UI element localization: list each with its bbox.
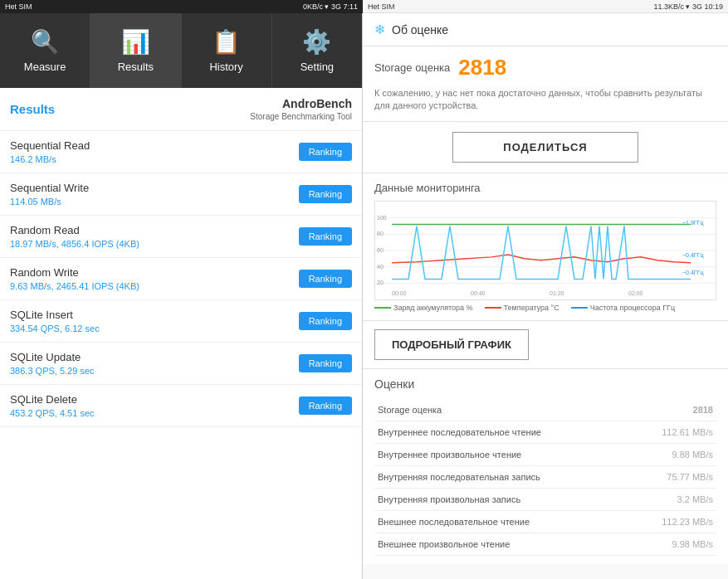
left-carrier: Het SIM (5, 2, 32, 11)
scores-table: Storage оценка2818Внутреннее последовате… (374, 399, 716, 556)
left-status-right: 0KB/c ▾ 3G 7:11 (303, 2, 358, 11)
status-bars: Het SIM 0KB/c ▾ 3G 7:11 Het SIM 11.3KB/c… (0, 0, 728, 13)
svg-text:~1.9ГГц: ~1.9ГГц (682, 219, 703, 226)
ranking-btn-4[interactable]: Ranking (299, 312, 352, 330)
legend-cpu: Частота процессора ГГц (571, 304, 675, 312)
score-value-4: 3.2 MB/s (579, 488, 716, 510)
result-item: SQLite Update 386.3 QPS, 5.29 sec Rankin… (0, 343, 362, 385)
temp-legend-label: Температура °C (504, 304, 559, 312)
result-name-4: SQLite Insert (10, 309, 100, 321)
tab-measure[interactable]: 🔍 Measure (0, 13, 90, 88)
result-info: Sequential Write 114.05 MB/s (10, 182, 89, 207)
scores-section: Оценки Storage оценка2818Внутреннее посл… (363, 369, 728, 564)
svg-text:00:40: 00:40 (471, 290, 486, 296)
result-name-1: Sequential Write (10, 182, 89, 194)
ranking-btn-3[interactable]: Ranking (299, 270, 352, 288)
result-item: Random Read 18.97 MB/s, 4856.4 IOPS (4KB… (0, 216, 362, 258)
score-row: Storage оценка2818 (374, 399, 716, 421)
score-label-2: Внутреннее произвольное чтение (374, 443, 579, 465)
monitoring-section: Данные мониторинга 100 80 60 40 20 (363, 173, 728, 321)
tab-setting[interactable]: ⚙️ Setting (272, 13, 362, 88)
result-name-0: Sequential Read (10, 139, 90, 152)
svg-text:~0.4ГГц: ~0.4ГГц (682, 270, 703, 276)
result-item: Sequential Write 114.05 MB/s Ranking (0, 173, 362, 216)
tab-measure-label: Measure (24, 61, 66, 73)
cpu-legend-dot (571, 307, 588, 309)
tab-results[interactable]: 📊 Results (90, 13, 181, 88)
ranking-btn-1[interactable]: Ranking (299, 185, 352, 203)
result-info: Random Read 18.97 MB/s, 4856.4 IOPS (4KB… (10, 224, 139, 249)
score-value-2: 9.88 MB/s (579, 443, 716, 465)
svg-text:~0.4ГГц: ~0.4ГГц (682, 252, 703, 259)
chart-legend: Заряд аккумулятора % Температура °C Част… (374, 304, 716, 312)
panel-header: ❄ Об оценке (363, 13, 728, 46)
right-panel: ❄ Об оценке Storage оценка 2818 К сожале… (363, 13, 728, 579)
ranking-btn-2[interactable]: Ranking (299, 227, 352, 246)
svg-text:40: 40 (377, 263, 384, 269)
result-value-6: 453.2 QPS, 4.51 sec (10, 408, 95, 418)
legend-temp: Температура °C (485, 304, 559, 312)
score-label-5: Внешнее последовательное чтение (374, 510, 579, 533)
svg-text:100: 100 (377, 214, 387, 220)
share-button[interactable]: ПОДЕЛИТЬСЯ (452, 132, 638, 163)
result-value-3: 9.63 MB/s, 2465.41 IOPS (4KB) (10, 281, 139, 291)
battery-legend-dot (374, 307, 391, 309)
result-value-4: 334.54 QPS, 6.12 sec (10, 324, 100, 333)
right-status-right: 11.3KB/c ▾ 3G 10:19 (653, 2, 723, 11)
score-row: Внутренняя произвольная запись3.2 MB/s (374, 488, 716, 510)
results-title: Results (10, 102, 55, 116)
result-item: SQLite Insert 334.54 QPS, 6.12 sec Ranki… (0, 300, 362, 343)
results-header: Results AndroBench Storage Benchmarking … (0, 88, 362, 131)
score-label-4: Внутренняя произвольная запись (374, 488, 579, 510)
right-status-bar: Het SIM 11.3KB/c ▾ 3G 10:19 (363, 0, 728, 13)
score-row: Внешнее последовательное чтение112.23 MB… (374, 510, 716, 533)
detailed-chart-button[interactable]: ПОДРОБНЫЙ ГРАФИК (374, 329, 529, 360)
score-row: Внутреннее произвольное чтение9.88 MB/s (374, 443, 716, 465)
score-row: Внутреннее последовательное чтение112.61… (374, 421, 716, 443)
cpu-legend-label: Частота процессора ГГц (590, 304, 675, 312)
monitoring-chart: 100 80 60 40 20 ~1.9ГГц ~0.4ГГц ~0.4ГГц (375, 202, 716, 299)
score-row: Storage оценка 2818 (374, 55, 716, 80)
left-status-bar: Het SIM 0KB/c ▾ 3G 7:11 (0, 0, 363, 13)
battery-legend-label: Заряд аккумулятора % (393, 304, 473, 312)
result-value-5: 386.3 QPS, 5.29 sec (10, 366, 95, 376)
ranking-btn-6[interactable]: Ranking (299, 397, 352, 415)
left-panel: 🔍 Measure 📊 Results 📋 History ⚙️ Setting… (0, 13, 363, 579)
svg-text:00:00: 00:00 (392, 290, 407, 296)
tab-results-label: Results (118, 61, 154, 73)
tab-history[interactable]: 📋 History (182, 13, 272, 88)
main-content: 🔍 Measure 📊 Results 📋 History ⚙️ Setting… (0, 13, 728, 579)
snowflake-icon: ❄ (374, 22, 385, 37)
result-value-2: 18.97 MB/s, 4856.4 IOPS (4KB) (10, 239, 139, 249)
legend-battery: Заряд аккумулятора % (374, 304, 473, 312)
setting-icon: ⚙️ (302, 28, 331, 56)
svg-text:02:00: 02:00 (628, 290, 643, 296)
panel-title: Об оценке (392, 23, 448, 36)
result-item: SQLite Delete 453.2 QPS, 4.51 sec Rankin… (0, 385, 362, 427)
score-row: Внутренняя последовательная запись75.77 … (374, 465, 716, 488)
detailed-btn-section: ПОДРОБНЫЙ ГРАФИК (363, 321, 728, 369)
result-name-6: SQLite Delete (10, 393, 95, 406)
ranking-btn-5[interactable]: Ranking (299, 354, 352, 372)
measure-icon: 🔍 (31, 28, 60, 56)
tab-setting-label: Setting (300, 61, 334, 73)
score-row: Внешнее произвольное чтение9.98 MB/s (374, 533, 716, 555)
result-value-0: 146.2 MB/s (10, 154, 90, 164)
chart-container: 100 80 60 40 20 ~1.9ГГц ~0.4ГГц ~0.4ГГц (374, 201, 716, 300)
score-section: Storage оценка 2818 К сожалению, у нас н… (363, 46, 728, 122)
history-icon: 📋 (212, 28, 241, 56)
result-name-5: SQLite Update (10, 351, 95, 363)
result-info: Sequential Read 146.2 MB/s (10, 139, 90, 164)
svg-text:60: 60 (377, 247, 384, 253)
result-name-2: Random Read (10, 224, 139, 236)
score-label-6: Внешнее произвольное чтение (374, 533, 579, 555)
ranking-btn-0[interactable]: Ranking (299, 143, 352, 161)
storage-value: 2818 (458, 55, 506, 80)
result-item: Random Write 9.63 MB/s, 2465.41 IOPS (4K… (0, 258, 362, 300)
right-carrier: Het SIM (368, 2, 395, 11)
score-value-1: 112.61 MB/s (579, 421, 716, 443)
result-info: SQLite Insert 334.54 QPS, 6.12 sec (10, 309, 100, 333)
score-value-0: 2818 (579, 399, 716, 421)
result-name-3: Random Write (10, 266, 139, 279)
score-value-6: 9.98 MB/s (579, 533, 716, 555)
